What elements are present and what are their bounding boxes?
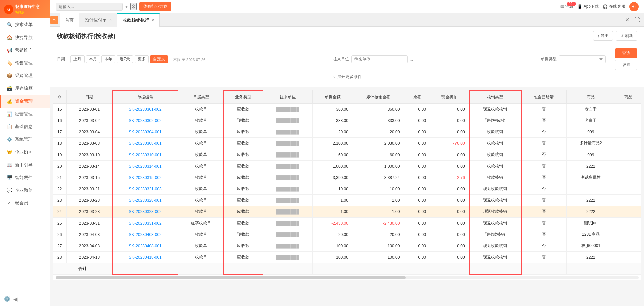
settings-gear-button[interactable]: ⚙ [130,3,137,10]
sidebar-item-cooperation[interactable]: 🤝 企业协同 [0,146,50,159]
date-btn-custom[interactable]: 自定义 [150,55,168,63]
voucher-link[interactable]: SK-20230302-002 [129,118,161,123]
sidebar-item-operation[interactable]: 📊 经营管理 [0,108,50,120]
voucher-link[interactable]: SK-20230331-002 [129,221,161,226]
table-cell: 收款单 [178,161,224,172]
col-biz-type-header: 业务类型 [224,90,263,104]
industry-solution-button[interactable]: 体验行业方案 [139,2,171,11]
voucher-link[interactable]: SK-20230304-001 [129,130,161,134]
table-cell[interactable]: SK-20230321-003 [112,183,178,195]
sidebar-item-purchase[interactable]: 📦 采购管理 [0,69,50,82]
table-cell: 25 [53,218,66,229]
tab-arrow-left[interactable]: » [50,16,58,24]
table-row[interactable]: 282023-04-18SK-20230418-001收款单应收款███████… [53,252,641,263]
tab-receipt-verify[interactable]: 收款核销执行 × [117,13,160,27]
refresh-button[interactable]: ↺ 刷新 [616,31,637,41]
voucher-link[interactable]: SK-20230308-001 [129,141,161,146]
table-cell[interactable]: SK-20230328-002 [112,206,178,218]
voucher-link[interactable]: SK-20230321-003 [129,187,161,191]
dropdown-icon[interactable]: ▾ [125,4,128,9]
table-cell[interactable]: SK-20230301-002 [112,104,178,115]
table-row[interactable]: 182023-03-08SK-20230308-001收款单应收款███████… [53,138,641,149]
export-button[interactable]: ↑ 导出 [593,31,613,41]
table-cell[interactable]: SK-20230418-001 [112,252,178,263]
voucher-link[interactable]: SK-20230403-002 [129,232,161,237]
table-row[interactable]: 272023-04-08SK-20230408-001收款单应收款███████… [53,240,641,252]
table-row[interactable]: 162023-03-02SK-20230302-002收款单预收款███████… [53,115,641,126]
voucher-link[interactable]: SK-20230328-001 [129,198,161,203]
sidebar-collapse-icon[interactable]: ◀ [13,296,17,302]
table-cell: 红字收款单 [178,218,224,229]
sidebar-item-quick-nav[interactable]: 🏠 快捷导航 [0,31,50,44]
table-row[interactable]: 192023-03-10SK-20230310-001收款单应收款███████… [53,149,641,161]
col-settings-header[interactable]: ⚙ [53,90,66,104]
sidebar-item-sales[interactable]: 🏷️ 销售管理 [0,57,50,69]
partner-input[interactable] [351,55,408,63]
table-cell[interactable]: SK-20230310-001 [112,149,178,161]
col-date-header: 日期 [66,90,112,104]
tab-home[interactable]: 首页 [60,13,79,27]
tab-expand-icon[interactable]: ⛶ [633,16,641,24]
table-cell[interactable]: SK-20230408-001 [112,240,178,252]
voucher-link[interactable]: SK-20230328-002 [129,209,161,214]
sidebar-item-finance[interactable]: 💰 资金管理 [0,95,50,108]
breadcrumb-input[interactable] [56,3,123,11]
voucher-link[interactable]: SK-20230301-002 [129,107,161,112]
table-cell[interactable]: SK-20230302-002 [112,115,178,126]
table-row[interactable]: 212023-03-15SK-20230315-002收款单应收款███████… [53,172,641,183]
user-avatar[interactable]: Rit [629,2,639,11]
header-left: ▾ ⚙ 体验行业方案 [56,2,555,11]
date-btn-7days[interactable]: 近7天 [117,55,133,63]
voucher-link[interactable]: SK-20230314-001 [129,164,161,169]
table-row[interactable]: 232023-03-28SK-20230328-001收款单应收款███████… [53,195,641,206]
date-btn-this-month[interactable]: 本月 [86,55,100,63]
sidebar-item-system[interactable]: ⚙️ 系统管理 [0,133,50,146]
sidebar-item-search[interactable]: 🔍 搜索菜单 [0,18,50,31]
table-settings-icon[interactable]: ⚙ [58,95,61,99]
app-download-button[interactable]: 📱 App下载 [577,4,599,9]
voucher-link[interactable]: SK-20230418-001 [129,255,161,260]
table-row[interactable]: 252023-03-31SK-20230331-002红字收款单应收款█████… [53,218,641,229]
table-cell[interactable]: SK-20230331-002 [112,218,178,229]
date-btn-more[interactable]: 更多 [135,55,149,63]
tab-close-prepay[interactable]: × [109,18,112,22]
expand-more-button[interactable]: ∨ 展开更多条件 [329,72,366,82]
table-row[interactable]: 202023-03-14SK-20230314-001收款单应收款███████… [53,161,641,172]
sidebar-item-member[interactable]: ✓ 畅会员 [0,197,50,209]
voucher-link[interactable]: SK-20230408-001 [129,244,161,248]
sidebar-item-guide[interactable]: 📖 新手引导 [0,159,50,171]
table-cell[interactable]: SK-20230315-002 [112,172,178,183]
table-cell[interactable]: SK-20230314-001 [112,161,178,172]
tab-close-all-icon[interactable]: ✕ [624,15,631,24]
voucher-link[interactable]: SK-20230310-001 [129,152,161,157]
query-button[interactable]: 查询 [615,48,637,58]
sidebar-item-basic[interactable]: 📋 基础信息 [0,120,50,133]
scrollbar-thumb[interactable] [56,276,406,279]
table-cell[interactable]: SK-20230403-002 [112,229,178,240]
table-row[interactable]: 262023-04-03SK-20230403-002收款单预收款███████… [53,229,641,240]
sidebar-item-wechat[interactable]: 💬 企业微信 [0,184,50,197]
voucher-link[interactable]: SK-20230315-002 [129,175,161,180]
filter-settings-button[interactable]: 设置 [615,60,637,70]
table-cell[interactable]: SK-20230328-001 [112,195,178,206]
online-service-button[interactable]: 🎧 在线客服 [603,4,625,9]
date-btn-last-month[interactable]: 上月 [70,55,85,63]
sidebar-item-inventory[interactable]: 🗃️ 库存核算 [0,82,50,95]
voucher-type-select[interactable] [559,55,606,63]
tab-close-receipt-verify[interactable]: × [152,18,154,23]
table-row[interactable]: 222023-03-21SK-20230321-003收款单应收款███████… [53,183,641,195]
table-row[interactable]: 242023-03-28SK-20230328-002收款单应收款███████… [53,206,641,218]
sidebar-item-hardware[interactable]: 🖥️ 智能硬件 [0,171,50,184]
table-cell[interactable]: SK-20230308-001 [112,138,178,149]
tab-prepay[interactable]: 预计应付单 × [79,13,117,27]
messages-button[interactable]: ✉ 消息 99+ [560,4,573,9]
sidebar-settings-icon[interactable]: ⚙️ [3,295,11,303]
sidebar-item-marketing[interactable]: 📢 营销推广 [0,44,50,57]
table-cell[interactable]: SK-20230304-001 [112,126,178,138]
table-row[interactable]: 152023-03-01SK-20230301-002收款单应收款███████… [53,104,641,115]
summary-col9 [430,263,469,274]
date-btn-this-year[interactable]: 本年 [101,55,115,63]
filter-row-1: 日期 上月 本月 本年 近7天 更多 自定义 不限 至 2023-07-26 往… [57,48,637,70]
table-row[interactable]: 172023-03-04SK-20230304-001收款单应收款███████… [53,126,641,138]
horizontal-scrollbar[interactable] [56,276,639,279]
